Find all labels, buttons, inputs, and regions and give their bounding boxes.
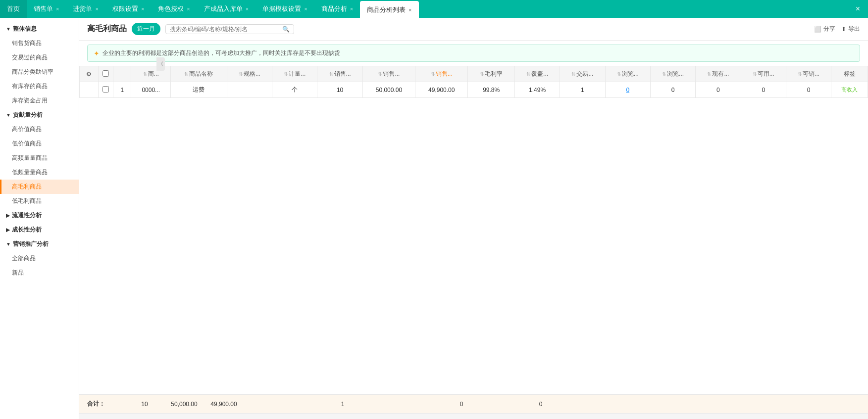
arrow-wealth-icon: ▼ <box>6 112 11 118</box>
col-sales-amount[interactable]: ⇅销售... <box>362 66 415 82</box>
col-name[interactable]: ⇅商品名称 <box>171 66 227 82</box>
sidebar-group-trend[interactable]: ▶ 流通性分析 <box>0 208 79 223</box>
close-template-icon[interactable]: × <box>304 6 307 12</box>
row-available: 0 <box>741 82 786 98</box>
header-actions: ⬜ 分享 ⬆ 导出 <box>814 25 860 33</box>
main-layout: ▼ 整体信息 销售货商品 交易过的商品 商品分类助销率 有库存的商品 库存资金占… <box>0 18 868 419</box>
close-role-icon[interactable]: × <box>187 6 190 12</box>
row-spec <box>227 82 272 98</box>
close-sales-order-icon[interactable]: × <box>56 6 59 12</box>
select-all-checkbox[interactable] <box>102 70 109 77</box>
sidebar-item-inventory-goods[interactable]: 有库存的商品 <box>0 79 79 93</box>
sidebar-item-traded-goods[interactable]: 交易过的商品 <box>0 50 79 65</box>
footer-stock: 0 <box>442 401 481 408</box>
footer-spacer2 <box>283 401 323 408</box>
col-sales-cost[interactable]: ⇅销售... <box>415 66 468 82</box>
nav-permission[interactable]: 权限设置 × <box>105 0 151 18</box>
footer-label: 合计： <box>87 400 117 408</box>
sidebar-item-goods-assist[interactable]: 商品分类助销率 <box>0 65 79 79</box>
sort-code-icon: ⇅ <box>143 71 147 77</box>
col-settings[interactable]: ⚙ <box>80 66 99 82</box>
nav-goods-analysis-list[interactable]: 商品分析列表 × <box>360 1 418 19</box>
sidebar: ▼ 整体信息 销售货商品 交易过的商品 商品分类助销率 有库存的商品 库存资金占… <box>0 18 79 419</box>
search-icon[interactable]: 🔍 <box>282 26 290 33</box>
info-icon: ✦ <box>94 49 100 57</box>
sidebar-group-wealth[interactable]: ▼ 贡献量分析 <box>0 108 79 122</box>
close-permission-icon[interactable]: × <box>141 6 144 12</box>
row-code: 0000... <box>131 82 171 98</box>
col-margin-rate[interactable]: ⇅毛利率 <box>468 66 515 82</box>
col-unit[interactable]: ⇅计量... <box>272 66 317 82</box>
row-browse1[interactable]: 0 <box>605 82 650 98</box>
nav-purchase-order[interactable]: 进货单 × <box>66 0 105 18</box>
col-stock[interactable]: ⇅现有... <box>696 66 741 82</box>
sidebar-item-low-margin[interactable]: 低毛利商品 <box>0 194 79 208</box>
close-analysis-list-icon[interactable]: × <box>408 7 411 13</box>
top-nav: 首页 销售单 × 进货单 × 权限设置 × 角色授权 × 产成品入库单 × 单据… <box>0 0 868 18</box>
nav-template[interactable]: 单据模板设置 × <box>255 0 314 18</box>
content-area: 高毛利商品 近一月 🔍 ⬜ 分享 ⬆ 导出 ✦ 企业的主要的利润都是这部分商品创… <box>79 18 868 419</box>
sidebar-item-new-goods[interactable]: 新品 <box>0 266 79 280</box>
nav-goods-analysis[interactable]: 商品分析 × <box>314 0 360 18</box>
sidebar-toggle-button[interactable]: 《 <box>156 57 165 71</box>
sidebar-item-high-freq[interactable]: 高频量量商品 <box>0 151 79 165</box>
search-input[interactable] <box>170 26 280 33</box>
sidebar-group-marketing[interactable]: ▼ 营销推广分析 <box>0 237 79 251</box>
row-settings <box>80 82 99 98</box>
row-stock: 0 <box>696 82 741 98</box>
col-checkbox <box>99 66 113 82</box>
footer-sales-cost: 49,900.00 <box>204 401 244 408</box>
col-browse1[interactable]: ⇅浏览... <box>605 66 650 82</box>
nav-home[interactable]: 首页 <box>0 0 27 18</box>
col-sales-qty[interactable]: ⇅销售... <box>317 66 362 82</box>
footer-spacer4 <box>402 401 442 408</box>
col-spec[interactable]: ⇅规格... <box>227 66 272 82</box>
close-analysis-icon[interactable]: × <box>350 6 353 12</box>
footer-spacer5 <box>481 401 521 408</box>
sidebar-group-growth[interactable]: ▶ 成长性分析 <box>0 223 79 237</box>
row-select-checkbox[interactable] <box>102 86 109 93</box>
row-tag: 高收入 <box>831 82 868 98</box>
sidebar-item-low-value[interactable]: 低价值商品 <box>0 137 79 151</box>
sidebar-item-high-margin[interactable]: 高毛利商品 <box>0 180 79 194</box>
footer-sales-amount: 50,000.00 <box>164 401 204 408</box>
col-browse2[interactable]: ⇅浏览... <box>650 66 695 82</box>
export-icon: ⬆ <box>841 26 846 33</box>
share-button[interactable]: ⬜ 分享 <box>814 25 835 33</box>
col-cover[interactable]: ⇅覆盖... <box>514 66 560 82</box>
sort-unit-icon: ⇅ <box>284 71 288 77</box>
row-num: 1 <box>113 82 131 98</box>
col-saleable[interactable]: ⇅可销... <box>786 66 831 82</box>
nav-sales-order[interactable]: 销售单 × <box>27 0 66 18</box>
info-banner: ✦ 企业的主要的利润都是这部分商品创造的，可考虑加大推广，同时关注库存是不要出现… <box>87 45 860 62</box>
sidebar-item-sales-goods[interactable]: 销售货商品 <box>0 36 79 50</box>
footer-cells: 10 50,000.00 49,900.00 1 0 0 <box>125 401 860 408</box>
footer-total-row: 合计： 10 50,000.00 49,900.00 1 0 0 <box>79 394 868 413</box>
footer-sales-qty: 10 <box>125 401 164 408</box>
col-trade[interactable]: ⇅交易... <box>560 66 605 82</box>
export-button[interactable]: ⬆ 导出 <box>841 25 860 33</box>
nav-right: × <box>852 4 868 13</box>
sidebar-group-overall[interactable]: ▼ 整体信息 <box>0 22 79 36</box>
filter-recent-month-button[interactable]: 近一月 <box>132 23 160 35</box>
sidebar-item-all-goods[interactable]: 全部商品 <box>0 251 79 266</box>
close-purchase-icon[interactable]: × <box>95 6 98 12</box>
sort-trade-icon: ⇅ <box>571 71 575 77</box>
sidebar-item-low-freq[interactable]: 低频量量商品 <box>0 165 79 180</box>
row-checkbox[interactable] <box>99 82 113 98</box>
sort-sales-qty-icon: ⇅ <box>329 71 333 77</box>
nav-role-auth[interactable]: 角色授权 × <box>151 0 197 18</box>
window-close-button[interactable]: × <box>852 4 864 13</box>
search-box: 🔍 <box>165 24 294 34</box>
close-finished-icon[interactable]: × <box>246 6 249 12</box>
col-available[interactable]: ⇅可用... <box>741 66 786 82</box>
sidebar-item-high-value[interactable]: 高价值商品 <box>0 122 79 137</box>
sort-sales-amount-icon: ⇅ <box>378 71 382 77</box>
row-cover: 1.49% <box>514 82 560 98</box>
nav-finished-goods[interactable]: 产成品入库单 × <box>197 0 255 18</box>
footer-saleable: 0 <box>521 401 561 408</box>
arrow-marketing-icon: ▼ <box>6 241 11 247</box>
horizontal-scrollbar[interactable] <box>79 413 868 419</box>
sidebar-item-inventory-capital[interactable]: 库存资金占用 <box>0 93 79 108</box>
content-header: 高毛利商品 近一月 🔍 ⬜ 分享 ⬆ 导出 <box>79 18 868 41</box>
